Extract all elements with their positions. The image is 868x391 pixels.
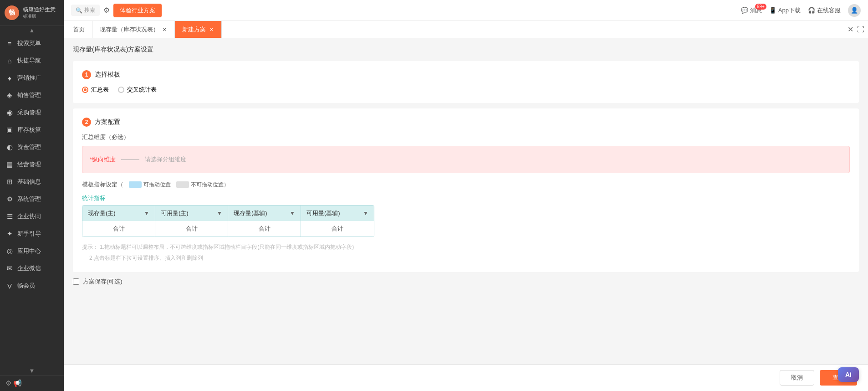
- sidebar-item-5[interactable]: ▣ 库存核算: [0, 121, 64, 139]
- sidebar-icon-3: ◈: [5, 91, 14, 99]
- app-download-btn[interactable]: 📱 App下载: [769, 6, 801, 15]
- stats-col-label-0: 现存量(主): [88, 209, 116, 217]
- tab-close-1[interactable]: ×: [162, 26, 167, 33]
- sidebar-item-9[interactable]: ⚙ 系统管理: [0, 190, 64, 208]
- sidebar-item-12[interactable]: ◎ 应用中心: [0, 242, 64, 260]
- step2-card: 2 方案配置 汇总维度（必选） *纵向维度 请选择分组维度 模板指标设定（ 可拖…: [73, 108, 859, 272]
- gear-button[interactable]: ⚙: [103, 6, 110, 15]
- radio-dot-1: [118, 87, 124, 93]
- tab-close-all-btn[interactable]: ✕: [848, 25, 853, 34]
- stats-col-dropdown-3[interactable]: ▼: [363, 210, 368, 216]
- save-label: 方案保存(可选): [83, 278, 123, 286]
- stats-header-col-1: 可用量(主) ▼: [155, 206, 228, 221]
- sidebar-label-1: 快捷导航: [17, 57, 41, 65]
- save-checkbox[interactable]: [73, 278, 79, 285]
- radio-label-0: 汇总表: [91, 86, 109, 94]
- tab-0[interactable]: 首页: [64, 21, 92, 38]
- tab-1[interactable]: 现存量（库存状况表）×: [92, 21, 175, 38]
- sidebar-label-13: 企业微信: [17, 264, 41, 273]
- sidebar-label-4: 采购管理: [17, 108, 41, 117]
- sidebar-item-8[interactable]: ⊞ 基础信息: [0, 173, 64, 190]
- indicators-label: 模板指标设定（: [82, 180, 123, 189]
- search-input[interactable]: 🔍 搜索: [71, 5, 100, 16]
- ai-button[interactable]: Ai: [838, 367, 859, 382]
- non-draggable-indicator: 不可拖动位置）: [176, 181, 229, 189]
- page-title: 现存量(库存状况表)方案设置: [73, 46, 859, 54]
- sidebar-item-11[interactable]: ✦ 新手引导: [0, 225, 64, 242]
- stats-col-label-3: 可用量(基辅): [306, 209, 340, 217]
- tab-2[interactable]: 新建方案×: [175, 21, 222, 38]
- sidebar-item-2[interactable]: ♦ 营销推广: [0, 69, 64, 87]
- logo-icon: 畅: [5, 5, 19, 20]
- sidebar-label-12: 应用中心: [17, 247, 41, 255]
- stats-body-col-0: 合计: [82, 221, 155, 237]
- topbar-left: 🔍 搜索 ⚙ 体验行业方案: [71, 4, 735, 17]
- radio-item-1[interactable]: 交叉统计表: [118, 86, 157, 94]
- tab-close-2[interactable]: ×: [209, 26, 214, 33]
- user-avatar[interactable]: 👤: [848, 4, 861, 17]
- sidebar-label-14: 畅会员: [17, 282, 35, 290]
- bottom-bar: 取消 查询: [64, 364, 868, 391]
- stats-section: 统计指标 现存量(主) ▼ 可用量(主) ▼ 现存量(基辅) ▼ 可用量(基辅)…: [82, 194, 850, 237]
- trial-button[interactable]: 体验行业方案: [113, 4, 162, 17]
- main-area: 🔍 搜索 ⚙ 体验行业方案 💬 消息 99+ 📱 App下载 🎧 在线客服: [64, 0, 868, 391]
- stats-table-body: 合计合计合计合计: [82, 221, 374, 237]
- search-placeholder: 搜索: [84, 6, 95, 14]
- app-download-label: App下载: [778, 6, 801, 15]
- dimension-area: *纵向维度 请选择分组维度: [82, 146, 850, 173]
- speaker-icon[interactable]: 📢: [13, 379, 22, 387]
- stats-col-dropdown-0[interactable]: ▼: [144, 210, 149, 216]
- messages-btn[interactable]: 💬 消息 99+: [741, 6, 762, 15]
- sidebar-icon-6: ◐: [5, 143, 14, 151]
- sidebar-item-14[interactable]: V 畅会员: [0, 277, 64, 294]
- logo-sub: 标准版: [23, 13, 56, 20]
- stats-body-col-3: 合计: [301, 221, 374, 237]
- sidebar-item-3[interactable]: ◈ 销售管理: [0, 87, 64, 104]
- sidebar-icon-0: ≡: [5, 39, 14, 47]
- sidebar-icon-7: ▤: [5, 160, 14, 169]
- topbar-right: 💬 消息 99+ 📱 App下载 🎧 在线客服 👤: [741, 4, 861, 17]
- draggable-box: [129, 181, 142, 188]
- sidebar-icon-13: ✉: [5, 264, 14, 273]
- sidebar-scroll-down[interactable]: ▼: [0, 366, 64, 375]
- radio-item-0[interactable]: 汇总表: [82, 86, 109, 94]
- online-service-btn[interactable]: 🎧 在线客服: [808, 6, 841, 15]
- step2-header: 2 方案配置: [82, 118, 850, 127]
- sidebar-icon-9: ⚙: [5, 195, 14, 203]
- logo-name: 畅康通好生意: [23, 6, 56, 14]
- dimension-divider: [121, 159, 139, 160]
- stats-col-label-1: 可用量(主): [161, 209, 189, 217]
- sidebar-icon-8: ⊞: [5, 178, 14, 186]
- sidebar-label-7: 经营管理: [17, 160, 41, 169]
- sidebar-item-6[interactable]: ◐ 资金管理: [0, 139, 64, 156]
- sidebar-item-4[interactable]: ◉ 采购管理: [0, 104, 64, 121]
- cancel-button[interactable]: 取消: [780, 370, 814, 386]
- sidebar-item-10[interactable]: ☰ 企业协同: [0, 208, 64, 225]
- sidebar-item-7[interactable]: ▤ 经营管理: [0, 156, 64, 173]
- sidebar-icon-4: ◉: [5, 108, 14, 117]
- dimension-section-label: 汇总维度（必选）: [82, 133, 850, 141]
- dimension-placeholder[interactable]: 请选择分组维度: [145, 155, 186, 164]
- sidebar-icon-12: ◎: [5, 247, 14, 255]
- save-row: 方案保存(可选): [73, 278, 859, 286]
- sidebar-icon-1: ⌂: [5, 57, 14, 65]
- step1-title: 选择模板: [95, 71, 120, 79]
- stats-col-dropdown-2[interactable]: ▼: [290, 210, 295, 216]
- draggable-label: 可拖动位置: [143, 181, 171, 189]
- tab-label-2: 新建方案: [182, 26, 206, 34]
- sidebar-item-1[interactable]: ⌂ 快捷导航: [0, 52, 64, 69]
- tab-fullscreen-btn[interactable]: ⛶: [857, 26, 864, 34]
- tip-item-0: 提示： 1.拖动标题栏可以调整布局，不可跨维度或指标区域拖动栏目字段(只能在同一…: [82, 242, 850, 252]
- sidebar-logo: 畅 畅康通好生意 标准版: [0, 0, 64, 26]
- sidebar-scroll-up[interactable]: ▲: [0, 26, 64, 35]
- non-draggable-box: [176, 181, 189, 188]
- step1-card: 1 选择模板 汇总表 交叉统计表: [73, 61, 859, 103]
- tab-label-0: 首页: [73, 26, 85, 34]
- sidebar-item-13[interactable]: ✉ 企业微信: [0, 260, 64, 277]
- online-service-label: 在线客服: [817, 6, 841, 15]
- settings-icon[interactable]: ⚙: [5, 379, 11, 387]
- stats-col-dropdown-1[interactable]: ▼: [217, 210, 222, 216]
- sidebar-item-0[interactable]: ≡ 搜索菜单: [0, 35, 64, 52]
- sidebar-label-11: 新手引导: [17, 230, 41, 238]
- phone-icon: 📱: [769, 7, 776, 14]
